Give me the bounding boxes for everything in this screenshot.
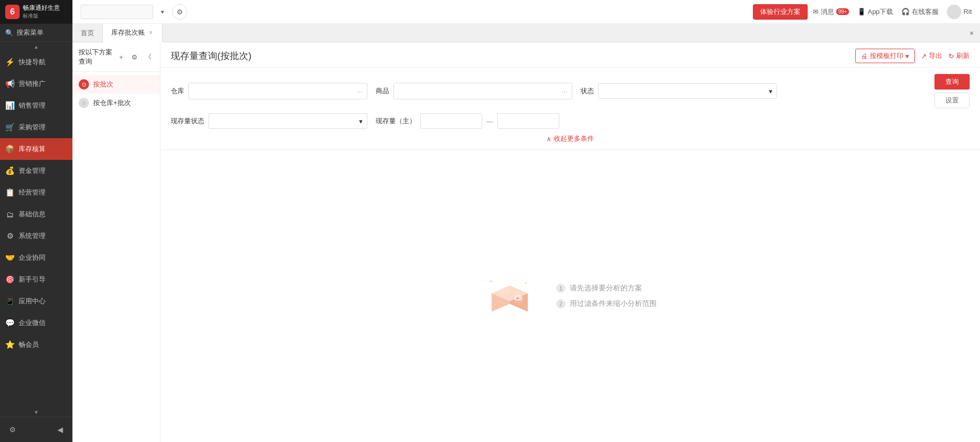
plan-list: ⊙ 按批次 ○ 按仓库+批次: [72, 72, 160, 115]
svg-text:✦: ✦: [489, 278, 493, 284]
collapse-btn[interactable]: ∧ 收起更多条件: [171, 134, 970, 143]
empty-state: ✦ ✦ 1 请先选择要分析的方案 2 用过滤条件来缩小分析范围: [160, 150, 980, 442]
nav-icon-wechat: 💬: [5, 318, 14, 328]
topbar-settings-btn[interactable]: ⚙: [172, 4, 187, 20]
status-select[interactable]: ▾: [598, 83, 777, 99]
query-btn[interactable]: 查询: [934, 74, 970, 90]
sidebar-search-label: 搜索菜单: [17, 28, 43, 37]
scroll-down-btn[interactable]: ▼: [0, 407, 72, 417]
export-btn[interactable]: ↗ 导出: [921, 51, 942, 61]
tab-inventory-label: 库存批次账: [111, 28, 145, 37]
msg2-num: 2: [556, 299, 566, 308]
message-btn[interactable]: ✉ 消息 99+: [813, 7, 849, 17]
tab-inventory-batch[interactable]: 库存批次账 ×: [103, 24, 162, 42]
sidebar-item-quicknav[interactable]: ⚡ 快捷导航: [0, 51, 72, 73]
tab-home-label: 首页: [81, 28, 94, 38]
app-download-label: App下载: [868, 7, 893, 17]
product-label: 商品: [376, 86, 389, 96]
empty-msg-2: 2 用过滤条件来缩小分析范围: [556, 299, 657, 308]
nav-icon-inventory: 📦: [5, 144, 14, 154]
tab-home[interactable]: 首页: [72, 24, 103, 42]
filter-settings-btn[interactable]: 设置: [934, 93, 970, 108]
plan-settings-btn[interactable]: ⚙: [129, 51, 140, 63]
nav-label-quicknav: 快捷导航: [19, 57, 46, 67]
sidebar-item-purchase[interactable]: 🛒 采购管理: [0, 116, 72, 138]
collapse-icon: ∧: [546, 135, 552, 143]
online-service-btn[interactable]: 🎧 在线客服: [901, 7, 939, 17]
nav-label-operation: 经营管理: [19, 188, 46, 197]
headset-icon: 🎧: [901, 8, 910, 16]
refresh-btn[interactable]: ↻ 刷新: [948, 51, 970, 61]
tab-close-btn[interactable]: ×: [148, 28, 154, 37]
sidebar-footer: ⚙ ◀: [0, 417, 72, 442]
left-panel: 按以下方案查询 + ⚙ 《 ⊙ 按批次 ○ 按仓库+批次: [72, 42, 160, 442]
product-more-icon[interactable]: ···: [557, 83, 572, 99]
inventory-qty-dash: —: [482, 117, 497, 125]
sidebar-item-newbie[interactable]: 🎯 新手引导: [0, 269, 72, 290]
sidebar-item-marketing[interactable]: 📢 营销推广: [0, 73, 72, 95]
nav-label-newbie: 新手引导: [19, 275, 46, 284]
page-header: 现存量查询(按批次) 🖨 按模板打印 ▾ ↗ 导出 ↻ 刷新: [160, 42, 980, 68]
plan-item-plan1[interactable]: ⊙ 按批次: [72, 75, 160, 94]
page-header-actions: 🖨 按模板打印 ▾ ↗ 导出 ↻ 刷新: [855, 49, 970, 63]
topbar-search-area: ▾ ⚙: [81, 4, 748, 20]
sidebar-item-basic[interactable]: 🗂 基础信息: [0, 203, 72, 225]
nav-label-sales: 销售管理: [19, 101, 46, 110]
sidebar-item-appstore[interactable]: 📱 应用中心: [0, 290, 72, 312]
sidebar-item-system[interactable]: ⚙ 系统管理: [0, 225, 72, 247]
svg-point-6: [516, 297, 518, 299]
inventory-qty-label: 现存量（主）: [376, 116, 416, 126]
nav-icon-newbie: 🎯: [5, 275, 14, 284]
product-filter: 商品 ···: [376, 83, 572, 99]
plan-icon-plan2: ○: [79, 98, 89, 108]
plan-item-plan2[interactable]: ○ 按仓库+批次: [72, 94, 160, 112]
topbar-dropdown-btn[interactable]: ▾: [156, 6, 169, 18]
trial-btn[interactable]: 体验行业方案: [753, 4, 808, 20]
print-btn[interactable]: 🖨 按模板打印 ▾: [855, 49, 915, 63]
product-input-wrapper: ···: [393, 83, 572, 99]
sidebar-item-wechat[interactable]: 💬 企业微信: [0, 312, 72, 334]
plan-label-plan1: 按批次: [93, 80, 113, 89]
sidebar-item-sales[interactable]: 📊 销售管理: [0, 95, 72, 116]
svg-text:✦: ✦: [524, 281, 528, 286]
warehouse-more-icon[interactable]: ···: [352, 83, 367, 99]
product-input[interactable]: [394, 83, 557, 99]
user-menu[interactable]: Rit: [947, 5, 972, 19]
sidebar-item-operation[interactable]: 📋 经营管理: [0, 182, 72, 203]
app-logo: 6: [5, 5, 20, 19]
right-panel: 现存量查询(按批次) 🖨 按模板打印 ▾ ↗ 导出 ↻ 刷新: [160, 42, 980, 442]
msg1-num: 1: [556, 284, 566, 293]
page-title: 现存量查询(按批次): [171, 50, 251, 62]
nav-icon-member: ⭐: [5, 340, 14, 349]
sidebar-item-finance[interactable]: 💰 资金管理: [0, 160, 72, 182]
sidebar-item-enterprise[interactable]: 🤝 企业协同: [0, 247, 72, 269]
nav-label-marketing: 营销推广: [19, 79, 46, 89]
inventory-qty-from-input[interactable]: [420, 113, 482, 129]
add-plan-btn[interactable]: +: [115, 51, 127, 63]
sidebar-search[interactable]: 🔍 搜索菜单: [0, 24, 72, 42]
search-icon: 🔍: [5, 29, 13, 37]
nav-icon-appstore: 📱: [5, 297, 14, 306]
warehouse-label: 仓库: [171, 86, 184, 96]
nav-icon-enterprise: 🤝: [5, 253, 14, 262]
panel-collapse-btn[interactable]: 《: [142, 51, 154, 63]
nav-label-basic: 基础信息: [19, 210, 46, 219]
inventory-qty-to-input[interactable]: [497, 113, 559, 129]
nav-icon-operation: 📋: [5, 188, 14, 197]
nav-icon-finance: 💰: [5, 166, 14, 175]
scroll-up-btn[interactable]: ▲: [0, 42, 72, 51]
tab-area-close-btn[interactable]: ×: [968, 27, 976, 39]
refresh-icon: ↻: [948, 52, 954, 60]
content-area: 按以下方案查询 + ⚙ 《 ⊙ 按批次 ○ 按仓库+批次 现存量查询(按批次): [72, 42, 980, 442]
footer-settings-btn[interactable]: ⚙: [5, 422, 20, 437]
warehouse-input[interactable]: [189, 83, 352, 99]
nav-label-purchase: 采购管理: [19, 123, 46, 132]
footer-collapse-btn[interactable]: ◀: [53, 422, 67, 437]
app-download-btn[interactable]: 📱 App下载: [857, 7, 893, 17]
user-name: Rit: [963, 8, 972, 16]
inventory-status-select[interactable]: ▾: [209, 113, 367, 129]
sidebar-item-member[interactable]: ⭐ 畅会员: [0, 334, 72, 356]
message-badge: 99+: [836, 8, 849, 15]
topbar-search-input[interactable]: [81, 5, 153, 19]
sidebar-item-inventory[interactable]: 📦 库存核算: [0, 138, 72, 160]
